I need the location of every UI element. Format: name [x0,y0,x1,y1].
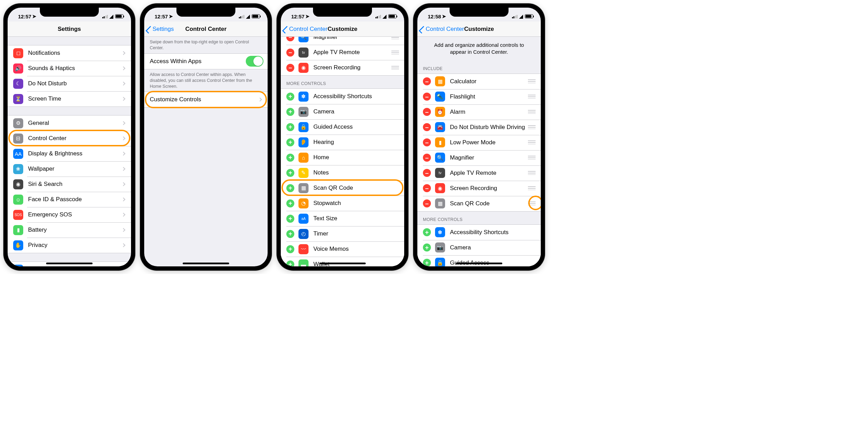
disclosure-icon [121,243,125,247]
list-item[interactable]: ▮Battery [8,222,131,238]
list-item[interactable]: Access Within Apps [144,54,268,69]
cell-label: Timer [313,230,400,237]
add-button[interactable]: + [286,169,294,177]
remove-button[interactable]: – [286,37,294,41]
list-item[interactable]: ◉Siri & Search [8,177,131,192]
list-item[interactable]: +◔Stopwatch [281,196,404,211]
list-item[interactable]: +✽Accessibility Shortcuts [281,89,404,104]
reorder-handle[interactable] [528,125,536,129]
section-footer-note: Allow access to Control Center within ap… [144,69,268,92]
list-item[interactable]: –⏰Alarm [417,104,541,120]
nav-bar: Settings [8,22,131,37]
remove-button[interactable]: – [286,64,294,72]
remove-button[interactable]: – [423,93,431,101]
add-button[interactable]: + [286,199,294,207]
remove-button[interactable]: – [423,199,431,207]
list-item[interactable]: +🔒Guided Access [281,119,404,135]
list-item[interactable]: –◉Screen Recording [417,181,541,196]
add-button[interactable]: + [286,230,294,238]
list-item[interactable]: +aAText Size [281,211,404,226]
remove-button[interactable]: – [286,49,294,57]
scroll-container[interactable]: –🔍Magnifier–tvApple TV Remote–◉Screen Re… [281,37,404,266]
list-item[interactable]: +▦Scan QR Code [281,180,404,196]
list-item[interactable]: Customize Controls [144,92,268,107]
reorder-handle[interactable] [528,186,536,190]
status-time: 12:57 [18,14,31,19]
list-item[interactable]: ☺︎Face ID & Passcode [8,192,131,207]
list-item[interactable]: –▦Calculator [417,74,541,89]
list-item[interactable]: +⌂Home [281,150,404,165]
add-button[interactable]: + [423,228,431,236]
reorder-handle[interactable] [528,202,536,205]
remove-button[interactable]: – [423,108,431,116]
list-item[interactable]: –🔍Magnifier [417,150,541,165]
list-item[interactable]: –▦Scan QR Code [417,196,541,211]
reorder-handle[interactable] [391,66,399,70]
reorder-handle[interactable] [528,79,536,83]
list-item[interactable]: SOSEmergency SOS [8,207,131,222]
add-button[interactable]: + [286,138,294,146]
scroll-container[interactable]: Add and organize additional controls to … [417,37,541,266]
app-icon: ✎ [298,168,309,178]
list-item[interactable]: –🔦Flashlight [417,89,541,104]
add-button[interactable]: + [286,245,294,253]
scroll-container[interactable]: Swipe down from the top-right edge to op… [144,37,268,266]
remove-button[interactable]: – [423,123,431,131]
reorder-handle[interactable] [528,95,536,99]
list-item[interactable]: –tvApple TV Remote [281,45,404,60]
list-item[interactable]: ◻︎Notifications [8,45,131,61]
reorder-handle[interactable] [391,51,399,54]
list-item[interactable]: +📷Camera [281,104,404,119]
remove-button[interactable]: – [423,138,431,146]
reorder-handle[interactable] [528,171,536,175]
cell-label: Scan QR Code [313,185,400,191]
list-item[interactable]: AADisplay & Brightness [8,146,131,161]
add-button[interactable]: + [286,93,294,101]
list-item[interactable]: ⏳Screen Time [8,91,131,106]
list-item[interactable]: ❀Wallpaper [8,161,131,177]
add-button[interactable]: + [286,215,294,223]
add-button[interactable]: + [423,243,431,251]
list-item[interactable]: –🚘Do Not Disturb While Driving [417,120,541,135]
add-button[interactable]: + [286,184,294,192]
toggle-switch[interactable] [246,56,263,67]
list-item[interactable]: ☾Do Not Disturb [8,76,131,91]
wifi-icon: ◢ [246,14,250,19]
list-item[interactable]: ✋Privacy [8,238,131,253]
reorder-handle[interactable] [528,140,536,144]
add-button[interactable]: + [423,259,431,266]
back-button[interactable]: Control Center [281,26,328,33]
list-item[interactable]: +🔒Guided Access [417,255,541,267]
remove-button[interactable]: – [423,77,431,85]
reorder-handle[interactable] [528,110,536,114]
list-item[interactable]: ⊟Control Center [8,131,131,146]
list-item[interactable]: +📷Camera [417,240,541,255]
reorder-handle[interactable] [528,156,536,160]
add-button[interactable]: + [286,154,294,162]
list-item[interactable]: +✎Notes [281,165,404,180]
remove-button[interactable]: – [423,184,431,192]
list-item[interactable]: –▮Low Power Mode [417,135,541,150]
list-item[interactable]: +▬Wallet [281,257,404,266]
cell-label: Sounds & Haptics [28,65,122,72]
list-item[interactable]: ⚙︎General [8,115,131,131]
back-button[interactable]: Control Center [417,26,464,33]
add-button[interactable]: + [286,260,294,267]
back-button[interactable]: Settings [144,26,174,33]
add-button[interactable]: + [286,108,294,116]
list-item[interactable]: –🔍Magnifier [281,37,404,45]
list-item[interactable]: +✽Accessibility Shortcuts [417,225,541,240]
list-item[interactable]: +〰Voice Memos [281,241,404,257]
add-button[interactable]: + [286,123,294,131]
reorder-handle[interactable] [391,37,399,39]
cell-label: Battery [28,226,122,233]
list-item[interactable]: +◴Timer [281,226,404,241]
scroll-container[interactable]: ◻︎Notifications🔊Sounds & Haptics☾Do Not … [8,37,131,266]
cell-label: Wallpaper [28,165,122,172]
list-item[interactable]: 🔊Sounds & Haptics [8,61,131,76]
remove-button[interactable]: – [423,154,431,162]
list-item[interactable]: +👂Hearing [281,135,404,150]
remove-button[interactable]: – [423,169,431,177]
list-item[interactable]: –tvApple TV Remote [417,165,541,181]
list-item[interactable]: –◉Screen Recording [281,60,404,75]
